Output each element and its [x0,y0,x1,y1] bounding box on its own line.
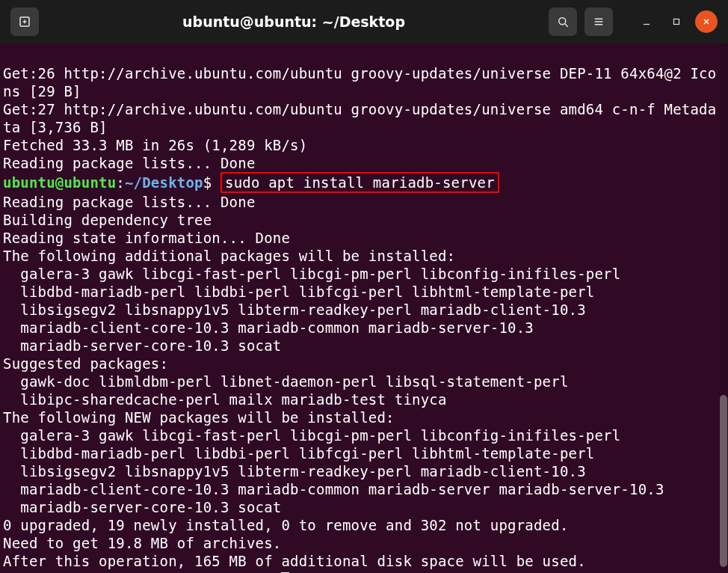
search-icon [556,15,570,28]
output-line: Reading package lists... Done [3,155,256,171]
new-tab-button[interactable] [10,7,39,36]
output-line: Reading state information... Done [3,230,290,246]
output-line: gawk-doc libmldbm-perl libnet-daemon-per… [3,373,569,390]
output-line: Fetched 33.3 MB in 26s (1,289 kB/s) [3,137,307,153]
hamburger-icon [592,15,605,28]
output-line: The following additional packages will b… [3,248,455,264]
close-button[interactable] [695,10,718,33]
titlebar: ubuntu@ubuntu: ~/Desktop [0,0,728,43]
svg-line-4 [565,24,568,27]
terminal-body[interactable]: Get:26 http://archive.ubuntu.com/ubuntu … [0,43,728,573]
output-line: Reading package lists... Done [3,194,256,210]
svg-point-3 [559,18,566,25]
output-line: mariadb-server-core-10.3 socat [3,499,281,515]
output-line: galera-3 gawk libcgi-fast-perl libcgi-pm… [3,427,620,444]
prompt-path: ~/Desktop [125,174,203,191]
output-line: After this operation, 165 MB of addition… [3,553,586,569]
output-line: mariadb-client-core-10.3 mariadb-common … [3,319,534,336]
prompt-sep: : [116,174,125,191]
output-line: Get:27 http://archive.ubuntu.com/ubuntu … [3,101,716,135]
window-title: ubuntu@ubuntu: ~/Desktop [46,13,541,30]
output-line: Get:26 http://archive.ubuntu.com/ubuntu … [3,65,716,99]
output-line: Suggested packages: [3,355,168,372]
minimize-icon [641,16,652,27]
prompt-dollar: $ [203,174,212,191]
output-line: libsigsegv2 libsnappy1v5 libterm-readkey… [3,463,586,479]
close-icon [702,17,711,26]
output-line: libdbd-mariadb-perl libdbi-perl libfcgi-… [3,284,594,300]
output-line: galera-3 gawk libcgi-fast-perl libcgi-pm… [3,266,620,282]
scrollbar[interactable] [719,43,728,573]
output-line: libsigsegv2 libsnappy1v5 libterm-readkey… [3,301,586,318]
output-line: libipc-sharedcache-perl mailx mariadb-te… [3,391,447,408]
prompt-user: ubuntu@ubuntu [3,174,116,191]
menu-button[interactable] [584,7,613,36]
minimize-button[interactable] [635,10,658,33]
output-line: mariadb-server-core-10.3 socat [3,337,281,354]
output-line: mariadb-client-core-10.3 mariadb-common … [3,481,664,497]
output-line: libdbd-mariadb-perl libdbi-perl libfcgi-… [3,445,594,462]
maximize-button[interactable] [665,10,688,33]
maximize-icon [671,16,682,27]
highlighted-command: sudo apt install mariadb-server [220,172,499,193]
output-line: 0 upgraded, 19 newly installed, 0 to rem… [3,517,569,533]
scrollbar-thumb[interactable] [720,395,727,567]
search-button[interactable] [549,7,577,36]
output-line: The following NEW packages will be insta… [3,409,395,426]
svg-rect-9 [674,19,679,25]
output-line: Building dependency tree [3,212,212,228]
output-line: Need to get 19.8 MB of archives. [3,535,281,551]
